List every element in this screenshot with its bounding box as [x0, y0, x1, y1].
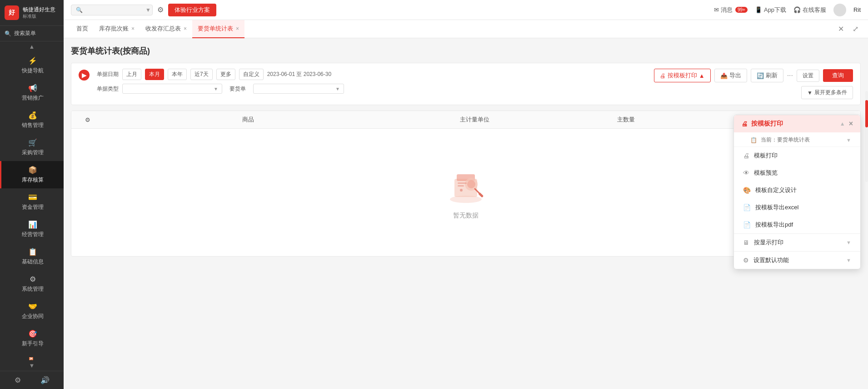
settings-btn[interactable]: 设置: [797, 70, 819, 82]
yaohuo-select[interactable]: ▼: [253, 84, 344, 94]
sidebar-item-guide[interactable]: 🎯 新手引导: [0, 325, 64, 352]
scrollbar-thumb: [865, 100, 868, 127]
print-dropdown-header: 🖨 按模板打印 ▲ ×: [734, 115, 860, 132]
date-btn-custom[interactable]: 自定义: [239, 69, 264, 80]
quick-nav-icon: ⚡: [28, 56, 37, 65]
print-dropdown-set-default[interactable]: ⚙ 设置默认功能 ▼: [734, 251, 860, 269]
marketing-icon: 📢: [28, 84, 37, 92]
headset-icon: 🎧: [793, 6, 801, 13]
print-dropdown-item-template-preview[interactable]: 👁 模板预览: [734, 164, 860, 182]
template-preview-icon: 👁: [743, 169, 749, 177]
expand-more-btn[interactable]: ▼ 展开更多条件: [801, 86, 853, 99]
sidebar-item-collab[interactable]: 🤝 企业协同: [0, 298, 64, 325]
export-btn[interactable]: 📤 导出: [714, 69, 747, 82]
refresh-btn[interactable]: 🔄 刷新: [751, 69, 783, 82]
table-settings-icon[interactable]: ⚙: [85, 116, 90, 123]
sidebar-item-appstore[interactable]: 🏪 应用中心: [0, 352, 64, 360]
table-th-unit: 主计量单位: [399, 116, 551, 124]
sidebar-search[interactable]: 🔍 搜索菜单: [0, 26, 64, 41]
print-arrow-icon: ▲: [699, 72, 705, 79]
topbar-search-box[interactable]: 🔍 ▼: [71, 5, 153, 15]
app-name: 畅捷通好生意 标准版: [23, 6, 55, 20]
print-dropdown-item-export-pdf[interactable]: 📄 按模板导出pdf: [734, 216, 860, 233]
basic-icon: 📋: [28, 248, 37, 256]
print-dropdown-up-arrow[interactable]: ▲: [840, 121, 845, 127]
filter-right: 🖨 按模板打印 ▲ 📤 导出 🔄 刷新 ··· 设置: [654, 69, 853, 99]
settings-bottom-icon[interactable]: ⚙: [15, 376, 21, 384]
yaohuo-label: 要货单: [229, 85, 246, 93]
topbar-search-input[interactable]: [85, 7, 144, 13]
messages-btn[interactable]: ✉ 消息 99+: [714, 6, 748, 14]
print-dropdown-item-template-print[interactable]: 🖨 模板打印: [734, 147, 860, 164]
svg-rect-8: [458, 182, 467, 184]
topbar-gear-icon[interactable]: ⚙: [157, 5, 164, 14]
print-dropdown-close-btn[interactable]: ×: [849, 120, 853, 128]
sidebar-item-operation[interactable]: 📊 经营管理: [0, 216, 64, 243]
print-template-btn[interactable]: 🖨 按模板打印 ▲: [654, 69, 711, 82]
finance-icon: 💳: [28, 193, 37, 202]
sidebar-item-sales[interactable]: 💰 销售管理: [0, 106, 64, 134]
query-btn[interactable]: 查询: [823, 69, 853, 82]
sidebar-item-basic[interactable]: 📋 基础信息: [0, 243, 64, 270]
collab-icon: 🤝: [28, 302, 37, 311]
filter-group: 单据日期 上月 本月 本年 近7天 更多 自定义 2023-06-01 至 20…: [97, 69, 344, 94]
empty-illustration: [443, 165, 489, 206]
sidebar-item-finance[interactable]: 💳 资金管理: [0, 188, 64, 216]
date-btn-last-month[interactable]: 上月: [122, 69, 141, 80]
tab-receivable-summary-close[interactable]: ×: [184, 26, 187, 31]
print-dropdown: 🖨 按模板打印 ▲ × 📋 当前：要货单统计表 ▼ 🖨 模板打印: [733, 115, 861, 269]
type-filter-select[interactable]: ▼: [122, 84, 222, 94]
tab-home[interactable]: 首页: [71, 20, 94, 38]
date-btn-last-7days[interactable]: 近7天: [190, 69, 213, 80]
sidebar-bottom: ⚙ 🔊: [0, 371, 64, 389]
date-filter-row: 单据日期 上月 本月 本年 近7天 更多 自定义 2023-06-01 至 20…: [97, 69, 344, 80]
system-icon: ⚙: [30, 275, 36, 283]
scrollbar-indicator[interactable]: [865, 91, 868, 182]
date-btn-this-month[interactable]: 本月: [145, 69, 164, 80]
sidebar-item-marketing[interactable]: 📢 营销推广: [0, 79, 64, 106]
sidebar-item-purchase[interactable]: 🛒 采购管理: [0, 134, 64, 161]
expand-more-icon: ▼: [807, 90, 813, 96]
date-btn-more[interactable]: 更多: [216, 69, 235, 80]
filter-bar: ▶ 单据日期 上月 本月 本年 近7天 更多 自定义 2023-06-01 至 …: [71, 63, 861, 105]
sidebar-item-quick-nav[interactable]: ⚡ 快捷导航: [0, 52, 64, 79]
topbar-search-chevron-icon[interactable]: ▼: [145, 7, 151, 13]
sidebar-item-inventory[interactable]: 📦 库存核算: [0, 161, 64, 188]
app-download-btn[interactable]: 📱 App下载: [755, 6, 786, 14]
print-dropdown-display-print[interactable]: 🖥 按显示打印 ▼: [734, 233, 860, 251]
trial-btn[interactable]: 体验行业方案: [168, 4, 216, 16]
tab-order-stats-close[interactable]: ×: [236, 26, 239, 31]
tab-maximize-icon[interactable]: ⤢: [850, 24, 861, 35]
table-th-settings[interactable]: ⚙: [79, 116, 97, 123]
tabs-bar: 首页 库存批次账 × 收发存汇总表 × 要货单统计表 × ✕ ⤢: [64, 20, 868, 38]
current-template-icon: 📋: [750, 137, 757, 143]
date-btn-this-year[interactable]: 本年: [168, 69, 187, 80]
table-th-product: 商品: [97, 116, 399, 124]
sidebar-scroll-down[interactable]: ▼: [0, 360, 64, 371]
tab-close-all-icon[interactable]: ✕: [835, 24, 846, 35]
online-service-btn[interactable]: 🎧 在线客服: [793, 6, 826, 14]
tab-order-stats[interactable]: 要货单统计表 ×: [192, 20, 244, 38]
print-dropdown-item-export-excel[interactable]: 📄 按模板导出excel: [734, 199, 860, 216]
sound-bottom-icon[interactable]: 🔊: [40, 376, 50, 384]
print-dropdown-item-template-custom[interactable]: 🎨 模板自定义设计: [734, 182, 860, 199]
type-select-arrow-icon: ▼: [214, 86, 218, 91]
guide-icon: 🎯: [28, 329, 37, 338]
filter-expand-btn[interactable]: ▶: [79, 70, 90, 81]
tab-inventory-batch-close[interactable]: ×: [131, 26, 135, 31]
inventory-icon: 📦: [28, 166, 37, 174]
tab-receivable-summary[interactable]: 收发存汇总表 ×: [140, 20, 192, 38]
type-filter-label: 单据类型: [97, 85, 119, 93]
sidebar-item-system[interactable]: ⚙ 系统管理: [0, 270, 64, 298]
more-options-icon[interactable]: ···: [787, 71, 793, 80]
print-current-template[interactable]: 📋 当前：要货单统计表 ▼: [734, 132, 860, 147]
user-name: Rit: [853, 6, 861, 13]
app-logo-icon: 好: [5, 5, 19, 20]
sidebar-scroll-up[interactable]: ▲: [0, 41, 64, 52]
operation-icon: 📊: [28, 220, 37, 229]
printer-icon: 🖨: [660, 72, 666, 79]
avatar[interactable]: [833, 4, 846, 16]
sidebar: 好 畅捷通好生意 标准版 🔍 搜索菜单 ▲ ⚡ 快捷导航 📢 营销推广 💰 销售…: [0, 0, 64, 389]
svg-rect-6: [478, 192, 484, 197]
tab-inventory-batch[interactable]: 库存批次账 ×: [94, 20, 140, 38]
